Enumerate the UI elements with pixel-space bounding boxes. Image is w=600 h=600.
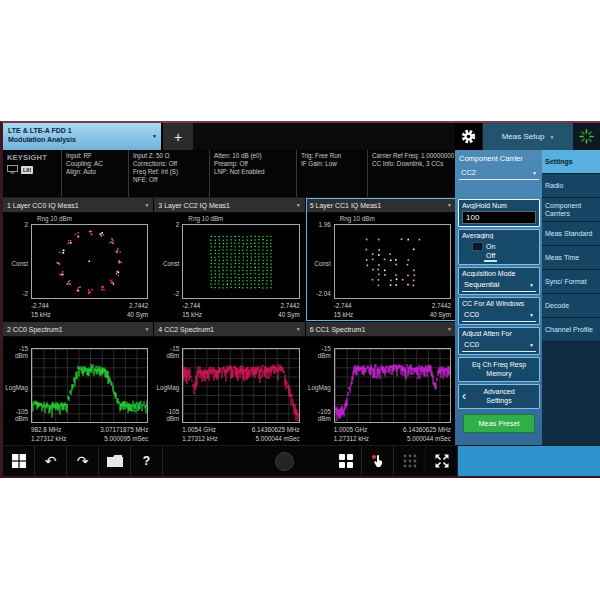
- window-title: 1 Layer CC0 IQ Meas1: [7, 202, 79, 209]
- y-axis-min: -2.04: [306, 290, 331, 297]
- layout-grid-icon: [339, 454, 353, 468]
- range-annotation: Rng 10 dBm: [188, 215, 223, 222]
- plot-area[interactable]: -15 dBm LogMag -105 dBm 1.0005 GHz6.1436…: [306, 337, 456, 445]
- status-col-atten: Atten: 10 dB (e0) Preamp: Off LNP: Not E…: [209, 150, 296, 197]
- chevron-down-icon: ▼: [144, 326, 149, 332]
- adjust-atten-dropdown[interactable]: CC0 ▼: [462, 339, 536, 352]
- averaging-off-option[interactable]: Off: [462, 251, 536, 262]
- x-axis-rbw: 1.27312 kHz: [334, 435, 369, 442]
- x-axis-info-left: 15 kHz: [182, 311, 202, 318]
- y-axis-ref: -15: [154, 345, 179, 352]
- x-axis-info-right: 40 Sym: [127, 311, 148, 318]
- monitor-icon: [7, 165, 18, 174]
- component-carrier-label: Component Carrier: [459, 154, 539, 163]
- plot-area[interactable]: Rng 10 dBm 2 Const -2 -2.7442.7442 15 kH…: [154, 213, 304, 321]
- cc-all-windows-control: CC For All Windows CC0 ▼: [458, 297, 540, 325]
- window-title-bar[interactable]: 3 Layer CC2 IQ Meas1 ▼: [154, 198, 304, 213]
- y-axis-unit: dBm: [306, 352, 331, 359]
- avghold-num-label: Avg|Hold Num: [462, 202, 536, 209]
- y-axis-ref: -15: [306, 345, 331, 352]
- tab-settings[interactable]: Settings: [542, 150, 600, 174]
- touch-mode-button[interactable]: [362, 446, 394, 476]
- window-5-iq-meas: 5 Layer CC1 IQ Meas1 ▼ Rng 10 dBm 1.96 C…: [306, 198, 456, 321]
- averaging-on-option[interactable]: On: [462, 241, 536, 251]
- y-axis-label: Const: [3, 260, 28, 267]
- cc-all-windows-dropdown[interactable]: CC0 ▼: [462, 309, 536, 322]
- plot-area[interactable]: Rng 10 dBm 1.96 Const -2.04 -2.7442.7442…: [306, 213, 456, 321]
- window-title-bar[interactable]: 2 CC0 Spectrum1 ▼: [3, 322, 153, 337]
- y-axis-max: 2: [3, 221, 28, 228]
- file-explorer-button[interactable]: [99, 446, 131, 476]
- window-title-bar[interactable]: 1 Layer CC0 IQ Meas1 ▼: [3, 198, 153, 213]
- system-settings-button[interactable]: [455, 123, 482, 150]
- tabs-filler: [542, 342, 600, 445]
- tab-meas-time[interactable]: Meas Time: [542, 246, 600, 270]
- chevron-down-icon: ▼: [144, 202, 149, 208]
- window-title-bar[interactable]: 6 CC1 Spectrum1 ▼: [306, 322, 456, 337]
- y-axis-min: -105: [3, 408, 28, 415]
- help-button[interactable]: ?: [131, 446, 163, 476]
- tab-meas-standard[interactable]: Meas Standard: [542, 222, 600, 246]
- window-layout-button[interactable]: [330, 446, 362, 476]
- redo-icon: ↷: [77, 453, 89, 469]
- graph-box: [334, 224, 451, 299]
- window-title: 5 Layer CC1 IQ Meas1: [310, 202, 382, 209]
- window-title-bar[interactable]: 4 CC2 Spectrum1 ▼: [154, 322, 304, 337]
- y-axis-label: Const: [154, 260, 179, 267]
- component-carrier-dropdown[interactable]: CC2 ▼: [459, 167, 539, 180]
- redo-button[interactable]: ↷: [67, 446, 99, 476]
- measurement-tab[interactable]: LTE & LTE-A FDD 1 Modulation Analysis ▼: [3, 123, 161, 150]
- tab-sync-format[interactable]: Sync/ Format: [542, 270, 600, 294]
- busy-indicator: [573, 123, 600, 150]
- x-axis-info-right: 40 Sym: [278, 311, 299, 318]
- graph-box: [31, 348, 148, 423]
- window-title: 3 Layer CC2 IQ Meas1: [158, 202, 230, 209]
- window-title: 6 CC1 Spectrum1: [310, 326, 366, 333]
- avghold-num-control: Avg|Hold Num 100: [458, 199, 540, 227]
- meas-preset-button[interactable]: Meas Preset: [463, 414, 535, 433]
- tab-channel-profile[interactable]: Channel Profile: [542, 318, 600, 342]
- grid-view-button[interactable]: [394, 446, 426, 476]
- plot-area[interactable]: -15 dBm LogMag -105 dBm 1.0054 GHz6.1436…: [154, 337, 304, 445]
- range-annotation: Rng 10 dBm: [37, 215, 72, 222]
- eq-ch-freq-resp-line2: Memory: [461, 370, 537, 379]
- plot-area[interactable]: -15 dBm LogMag -105 dBm 982.8 MHz3.07171…: [3, 337, 153, 445]
- spinner-icon: [579, 129, 594, 144]
- status-col-trigger: Trig: Free Run IF Gain: Low: [296, 150, 367, 197]
- x-axis-max: 2.7442: [432, 302, 451, 309]
- chevron-down-icon: ▼: [447, 326, 452, 332]
- y-axis-unit: dBm: [154, 352, 179, 359]
- avghold-num-input[interactable]: 100: [462, 211, 536, 224]
- y-axis-max: 1.96: [306, 221, 331, 228]
- windows-icon: [12, 454, 26, 468]
- window-title-bar[interactable]: 5 Layer CC1 IQ Meas1 ▼: [306, 198, 456, 213]
- tab-radio[interactable]: Radio: [542, 174, 600, 198]
- window-title: 2 CC0 Spectrum1: [7, 326, 63, 333]
- taskbar-blue-filler: [458, 446, 600, 476]
- adjust-atten-label: Adjust Atten For: [462, 330, 536, 337]
- x-axis-min: -2.744: [31, 302, 49, 309]
- y-axis-min: -2: [154, 290, 179, 297]
- advanced-settings-button[interactable]: ‹ Advanced Settings: [458, 384, 540, 409]
- tab-bar-spacer: [193, 123, 455, 150]
- chevron-down-icon: ▼: [447, 202, 452, 208]
- analyzer-screen: LTE & LTE-A FDD 1 Modulation Analysis ▼ …: [0, 121, 600, 478]
- chevron-down-icon: ▼: [296, 202, 301, 208]
- eq-ch-freq-resp-button[interactable]: Eq Ch Freq Resp Memory: [458, 357, 540, 382]
- meas-setup-menu-button[interactable]: Meas Setup ▼: [482, 123, 573, 150]
- fullscreen-button[interactable]: [426, 446, 458, 476]
- add-tab-button[interactable]: +: [161, 123, 193, 150]
- windows-start-button[interactable]: [3, 446, 35, 476]
- y-axis-unit: dBm: [306, 415, 331, 422]
- undo-button[interactable]: ↶: [35, 446, 67, 476]
- y-axis-min: -105: [154, 408, 179, 415]
- acquisition-mode-dropdown[interactable]: Sequential ▼: [462, 279, 536, 292]
- x-axis-center: 1.0054 GHz: [182, 426, 216, 433]
- tab-decode[interactable]: Decode: [542, 294, 600, 318]
- window-1-iq-meas: 1 Layer CC0 IQ Meas1 ▼ Rng 10 dBm 2 Cons…: [3, 198, 153, 321]
- plot-area[interactable]: Rng 10 dBm 2 Const -2 -2.7442.7442 15 kH…: [3, 213, 153, 321]
- x-axis-info-left: 15 kHz: [334, 311, 354, 318]
- tab-component-carriers[interactable]: Component Carriers: [542, 198, 600, 222]
- cc-all-windows-value: CC0: [464, 310, 479, 319]
- acquisition-mode-value: Sequential: [464, 280, 499, 289]
